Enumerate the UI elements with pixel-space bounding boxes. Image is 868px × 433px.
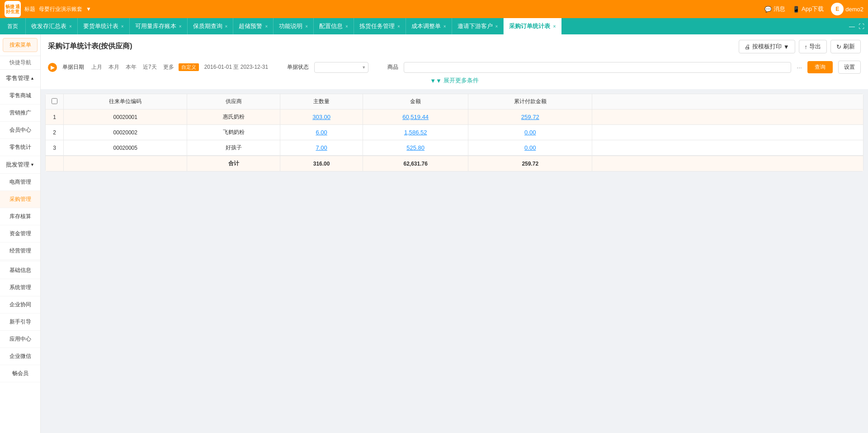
sidebar-item-operations[interactable]: 经营管理 (0, 243, 40, 260)
workspace-label[interactable]: 母婴行业演示账套 (39, 5, 82, 13)
sidebar-item-retail-mgmt[interactable]: 零售管理 ▲ (0, 70, 40, 87)
tab-maximize-icon[interactable]: ⛶ (859, 23, 864, 30)
qty-link-2[interactable]: 6.00 (316, 129, 327, 136)
goods-input[interactable] (404, 62, 791, 73)
tab-close-5[interactable]: × (305, 24, 308, 29)
shortcut-more[interactable]: 更多 (161, 63, 176, 71)
print-button[interactable]: 🖨 按模板打印 ▼ (739, 40, 795, 53)
tab-close-4[interactable]: × (265, 24, 268, 29)
refresh-button[interactable]: ↻ 刷新 (830, 40, 861, 53)
tab-7[interactable]: 拣货任务管理 × (354, 18, 406, 34)
row-paid-1[interactable]: 259.72 (468, 109, 592, 125)
tab-label-0: 收发存汇总表 (31, 22, 66, 30)
export-button[interactable]: ↑ 导出 (799, 40, 827, 53)
search-menu-button[interactable]: 搜索菜单 (3, 38, 38, 52)
app-download-button[interactable]: 📱 App下载 (793, 5, 824, 13)
workspace-dropdown-icon[interactable]: ▼ (86, 6, 91, 12)
tab-close-8[interactable]: × (443, 24, 446, 29)
tab-close-7[interactable]: × (397, 24, 400, 29)
shortcut-this-year[interactable]: 本年 (124, 63, 138, 71)
sidebar-item-ecommerce[interactable]: 电商管理 (0, 174, 40, 191)
tab-home[interactable]: 首页 (0, 18, 26, 34)
sidebar-item-member[interactable]: 会员中心 (0, 122, 40, 139)
sidebar-item-marketing[interactable]: 营销推广 (0, 105, 40, 122)
tab-close-0[interactable]: × (69, 24, 72, 29)
sidebar-item-retail-shop[interactable]: 零售商城 (0, 87, 40, 105)
print-label: 按模板打印 (752, 43, 782, 51)
sidebar-item-base-info[interactable]: 基础信息 (0, 262, 40, 279)
tab-label-5: 功能说明 (279, 22, 302, 30)
date-range-value[interactable]: 2016-01-01 至 2023-12-31 (204, 63, 268, 71)
footer-row: 合计 316.00 62,631.76 259.72 (46, 156, 863, 171)
sidebar-item-system[interactable]: 系统管理 (0, 279, 40, 296)
sidebar-search-section: 搜索菜单 (0, 34, 40, 56)
tab-0[interactable]: 收发存汇总表 × (26, 18, 78, 34)
username-label: demo2 (845, 6, 863, 13)
tab-10[interactable]: 采购订单统计表 × (504, 18, 561, 34)
row-num-2: 2 (46, 125, 64, 140)
tab-1[interactable]: 要货单统计表 × (78, 18, 130, 34)
amount-link-2[interactable]: 1,586.52 (404, 129, 427, 136)
tab-close-2[interactable]: × (179, 24, 182, 29)
sidebar-item-newbie[interactable]: 新手引导 (0, 314, 40, 331)
tab-2[interactable]: 可用量库存账本 × (130, 18, 188, 34)
sidebar-item-retail-stats[interactable]: 零售统计 (0, 139, 40, 156)
qty-link-1[interactable]: 303.00 (312, 114, 330, 120)
row-extra-3 (592, 140, 863, 156)
paid-link-1[interactable]: 259.72 (521, 114, 539, 120)
page-title: 采购订单统计表(按供应商) (48, 42, 132, 51)
row-amount-3[interactable]: 525.80 (363, 140, 468, 156)
expand-button[interactable]: ▼▼ 展开更多条件 (430, 76, 479, 85)
shortcut-7days[interactable]: 近7天 (141, 63, 159, 71)
sidebar-item-wechat[interactable]: 企业微信 (0, 348, 40, 365)
amount-link-3[interactable]: 525.80 (406, 144, 425, 151)
toggle-filter-button[interactable]: ▶ (48, 63, 57, 72)
row-amount-2[interactable]: 1,586.52 (363, 125, 468, 140)
row-amount-1[interactable]: 60,519.44 (363, 109, 468, 125)
row-qty-3[interactable]: 7.00 (280, 140, 363, 156)
tab-5[interactable]: 功能说明 × (274, 18, 314, 34)
sidebar-item-finance[interactable]: 资金管理 (0, 225, 40, 243)
setting-button[interactable]: 设置 (838, 61, 861, 74)
paid-link-2[interactable]: 0.00 (524, 129, 536, 136)
tab-minimize-icon[interactable]: — (849, 23, 855, 30)
sidebar-item-enterprise[interactable]: 企业协同 (0, 296, 40, 314)
tab-close-10[interactable]: × (553, 24, 556, 29)
content-area: 采购订单统计表(按供应商) 🖨 按模板打印 ▼ ↑ 导出 ↻ 刷新 (41, 34, 868, 433)
quick-nav-button[interactable]: 快捷导航 (0, 56, 40, 70)
tab-close-6[interactable]: × (345, 24, 348, 29)
row-paid-2[interactable]: 0.00 (468, 125, 592, 140)
select-all-checkbox[interactable] (52, 98, 57, 104)
qty-link-3[interactable]: 7.00 (316, 144, 327, 151)
sidebar-item-wholesale[interactable]: 批发管理 ▼ (0, 156, 40, 174)
tab-9[interactable]: 邀请下游客户 × (452, 18, 504, 34)
sidebar-item-inventory[interactable]: 库存核算 (0, 208, 40, 225)
row-paid-3[interactable]: 0.00 (468, 140, 592, 156)
tab-close-3[interactable]: × (225, 24, 228, 29)
sidebar-item-purchase[interactable]: 采购管理 (0, 191, 40, 208)
shortcut-this-month[interactable]: 本月 (107, 63, 121, 71)
data-table: 往来单位编码 供应商 主数量 金额 累计付款金额 1 00020001 惠氏奶 (45, 94, 863, 171)
tab-close-9[interactable]: × (495, 24, 498, 29)
refresh-icon: ↻ (836, 43, 841, 50)
row-qty-2[interactable]: 6.00 (280, 125, 363, 140)
status-select[interactable] (314, 62, 368, 73)
tab-3[interactable]: 保质期查询 × (188, 18, 234, 34)
sidebar-item-member2[interactable]: 畅会员 (0, 365, 40, 382)
amount-link-1[interactable]: 60,519.44 (402, 114, 429, 120)
shortcut-last-month[interactable]: 上月 (90, 63, 104, 71)
footer-qty: 316.00 (280, 156, 363, 171)
tab-6[interactable]: 配置信息 × (314, 18, 354, 34)
tab-close-1[interactable]: × (121, 24, 124, 29)
query-button[interactable]: 查询 (807, 61, 833, 73)
tab-8[interactable]: 成本调整单 × (406, 18, 452, 34)
paid-link-3[interactable]: 0.00 (524, 144, 536, 151)
sidebar-label-retail-mgmt: 零售管理 (6, 74, 29, 82)
user-menu[interactable]: E demo2 (831, 3, 863, 15)
footer-empty-code (64, 156, 187, 171)
sidebar-item-apps[interactable]: 应用中心 (0, 331, 40, 348)
message-button[interactable]: 💬 消息 (764, 5, 785, 13)
more-options-icon[interactable]: ··· (797, 64, 802, 71)
tab-4[interactable]: 超储预警 × (233, 18, 274, 34)
row-qty-1[interactable]: 303.00 (280, 109, 363, 125)
